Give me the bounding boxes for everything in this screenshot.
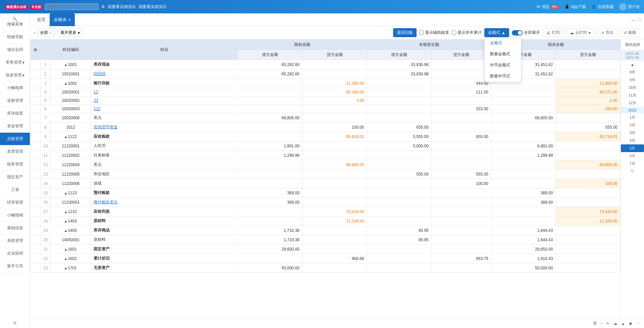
date-6[interactable]: 6月 (621, 152, 644, 160)
table-settings-icon[interactable]: ⚙ (34, 48, 37, 52)
demo-link[interactable]: 我要看实例演示 (108, 4, 136, 10)
lang-icon[interactable]: 英 (593, 321, 597, 326)
print-btn[interactable]: 🖨 打印 (543, 28, 564, 37)
refresh-btn[interactable]: ↺ 刷新 (620, 28, 640, 37)
message-btn[interactable]: ✉ 消息 99+ (537, 4, 559, 10)
show-ytd-checkbox[interactable]: 显示本年累计 (452, 30, 482, 36)
account-link[interactable]: 23 (94, 98, 98, 103)
dropdown-item-amount[interactable]: 金额式 (485, 38, 521, 49)
account-name-cell: 应收账款 (91, 132, 238, 141)
sidebar-settings-btn[interactable]: ⚙ (0, 318, 30, 328)
show-aux-input[interactable] (419, 30, 424, 35)
dropdown-item-qty-amount[interactable]: 数量金额式 (485, 49, 521, 60)
ob-debit-cell: 1,891.00 (238, 141, 303, 151)
online-service-btn[interactable]: 👤 在线客服 (591, 4, 614, 10)
upload-icon[interactable]: ↑ (601, 322, 603, 326)
all-btn[interactable]: 全部 › (37, 28, 54, 37)
account-link[interactable]: 预付账款美元 (94, 200, 118, 204)
row-settings (31, 151, 41, 160)
cloud-print-btn[interactable]: ☁ 云打印 ▾ (566, 28, 594, 37)
amount-mode-btn[interactable]: 金额式 ▲ (484, 28, 509, 37)
date-1[interactable]: 1月 (621, 114, 644, 121)
expand-more-btn[interactable]: 展开更多 ▾ (57, 28, 83, 37)
sidebar-item-system[interactable]: 系统管理 (0, 235, 30, 247)
eb-credit-cell (556, 245, 621, 254)
account-link[interactable]: 回回回 (94, 71, 106, 76)
sidebar-item-retail[interactable]: 零售管理 ▾ (0, 56, 30, 69)
sidebar-item-invoice[interactable]: 发票管理 (0, 145, 30, 158)
ob-debit-cell (238, 254, 303, 263)
date-down-nav[interactable]: ▽ (621, 168, 644, 175)
date-8[interactable]: 8月 (621, 68, 644, 76)
cloud-sync-icon[interactable]: ☁ (613, 321, 617, 326)
amount-mode-dropdown[interactable]: 金额式 ▲ 金额式 数量金额式 外币金额式 数量外币式 (484, 28, 509, 37)
date-10[interactable]: 10月 (621, 84, 644, 91)
triangle-icon[interactable]: ▲ (621, 322, 625, 326)
sidebar-item-quicknav[interactable]: 快捷导航 (0, 31, 30, 44)
curr-credit-cell: 444.00 (431, 79, 491, 88)
settings-icon[interactable]: ⚙ (101, 4, 105, 9)
sidebar-item-collab[interactable]: 企业协同 (0, 247, 30, 260)
account-link[interactable]: 其他货币资金 (94, 125, 118, 129)
right-panel: 期间选择 2023.05 2023.05 ▲ 8月 9月 10月 11月 12月… (621, 40, 644, 319)
curr-credit-cell (431, 160, 491, 170)
row-settings (31, 226, 41, 235)
user-btn[interactable]: 用户名 (619, 3, 640, 10)
date-3[interactable]: 3月 (621, 129, 644, 137)
sidebar-item-payroll[interactable]: 工资 (0, 184, 30, 196)
sidebar-item-tax[interactable]: 税务管理 (0, 158, 30, 171)
sidebar-item-assets[interactable]: 固定资产 (0, 171, 30, 184)
eb-debit-cell: 1,644.43 (491, 226, 556, 235)
date-12[interactable]: 12月 (621, 99, 644, 107)
date-11[interactable]: 11月 (621, 91, 644, 99)
sidebar-item-ops[interactable]: 经营管理 (0, 196, 30, 209)
sidebar-item-search[interactable]: 🔍 搜索菜单 (0, 13, 30, 31)
account-name-cell: 固定资产 (91, 245, 238, 254)
show-ytd-input[interactable] (452, 30, 456, 35)
expand-all-toggle[interactable] (512, 30, 523, 36)
account-link[interactable]: 12 (94, 90, 98, 94)
demo-text[interactable]: 我要看实例演示 (139, 4, 167, 10)
sidebar-item-purchase[interactable]: 采购管理 (0, 94, 30, 107)
return-old-btn[interactable]: 退回旧版 (393, 28, 417, 37)
show-aux-checkbox[interactable]: 显示辅助核算 (419, 30, 449, 36)
show-ytd-label: 显示本年累计 (458, 30, 482, 36)
sidebar-item-base[interactable]: 基础信息 (0, 222, 30, 235)
curr-credit-cell: 655.00 (431, 132, 491, 141)
sidebar-item-ecommerce[interactable]: 小畅电商 (0, 82, 30, 94)
export-btn[interactable]: ↗ 导出 (597, 28, 617, 37)
tab-maximize-btn[interactable]: □ (639, 17, 641, 22)
sidebar-item-ledger[interactable]: 总账管理 (0, 133, 30, 145)
date-year-2023[interactable]: 2023 (621, 107, 644, 114)
date-5[interactable]: 5月 (621, 144, 644, 152)
tab-balance[interactable]: 余额表 × (50, 13, 75, 26)
refresh-icon: ↺ (624, 30, 627, 35)
table-row: 3 ▴ 1002 银行存款 11,356.00 444.00 11,800.00 (31, 79, 621, 88)
date-7[interactable]: 7月 (621, 160, 644, 168)
date-9[interactable]: 9月 (621, 76, 644, 84)
dropdown-item-qty-forex[interactable]: 数量外币式 (485, 71, 521, 82)
date-2[interactable]: 2月 (621, 121, 644, 129)
nav-back-icon[interactable]: ‹ (34, 30, 36, 35)
sidebar-item-wholesale[interactable]: 批发管理 ▾ (0, 69, 30, 82)
tab-close-btn[interactable]: × (68, 17, 71, 22)
circle-icon[interactable]: ◉ (629, 321, 632, 326)
date-4[interactable]: 4月 (621, 137, 644, 144)
more-icon[interactable]: ⋯ (636, 321, 640, 326)
account-name-cell: 其他货币资金 (91, 123, 238, 132)
account-link[interactable]: 122 (94, 107, 100, 111)
top-search-input[interactable] (45, 3, 99, 10)
tab-minimize-btn[interactable]: — (631, 17, 636, 22)
tab-home[interactable]: 首页 (33, 13, 50, 26)
sidebar-item-expense[interactable]: 小畅报销 (0, 209, 30, 222)
date-up-nav[interactable]: ▲ (621, 61, 644, 68)
sidebar-item-capital[interactable]: 资金管理 (0, 120, 30, 133)
dropdown-item-forex-amount[interactable]: 外币金额式 (485, 60, 521, 71)
period-select-title: 期间选择 (621, 40, 644, 50)
app-download-btn[interactable]: 📱 App下载 (565, 4, 586, 10)
sidebar-item-guide[interactable]: 新手引导 (0, 260, 30, 273)
edit-icon[interactable]: ✏ (606, 321, 609, 326)
sidebar-item-project[interactable]: 项目合同 (0, 44, 30, 56)
sidebar-item-inventory[interactable]: 库存核算 (0, 107, 30, 120)
row-settings (31, 207, 41, 216)
